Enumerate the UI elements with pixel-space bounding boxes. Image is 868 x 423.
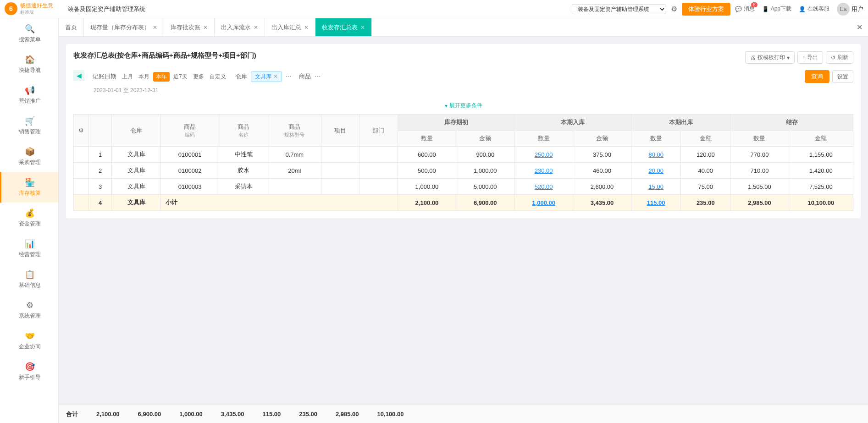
row-in-qty[interactable]: 230.00 [514,163,573,179]
sidebar-item-search[interactable]: 🔍 搜索菜单 [0,18,58,49]
col-out-amt-header: 金额 [681,131,730,147]
print-button[interactable]: 🖨 按模板打印 ▾ [745,51,795,64]
subtotal-in-qty[interactable]: 1,000.00 [514,195,573,211]
tab-close-icon[interactable]: ✕ [360,24,365,31]
tab-home[interactable]: 首页 [59,18,84,37]
subtotal-out-amt: 235.00 [681,195,730,211]
row-project [321,147,359,163]
tab-stock-distribution[interactable]: 现存量（库存分布表） ✕ [84,18,164,37]
operation-icon: 📊 [25,239,35,249]
user-area[interactable]: Ea 用户 [837,3,863,16]
sidebar-item-enterprise[interactable]: 🤝 企业协同 [0,325,58,356]
col-in-header: 本期入库 [514,115,631,131]
row-bal-amt: 1,420.00 [789,163,853,179]
tab-batch-account[interactable]: 库存批次账 ✕ [164,18,215,37]
sidebar-item-quick-nav[interactable]: 🏠 快捷导航 [0,49,58,80]
row-out-qty[interactable]: 15.00 [631,179,681,195]
sidebar-item-label: 系统管理 [19,312,41,320]
col-out-header: 本期出库 [631,115,730,131]
expand-icon: ▾ [445,103,448,109]
enterprise-icon: 🤝 [25,331,35,341]
sidebar-item-operation[interactable]: 📊 经营管理 [0,233,58,264]
tabs-close-all-button[interactable]: ✕ [851,23,868,32]
sidebar-item-marketing[interactable]: 📢 营销推广 [0,80,58,110]
basic-icon: 📋 [25,269,35,280]
col-in-amt-header: 金额 [573,131,631,147]
tab-in-out-flow[interactable]: 出入库流水 ✕ [215,18,265,37]
footer-bal-qty: 2,985.00 [336,411,359,418]
tab-close-icon[interactable]: ✕ [203,24,208,31]
online-service-item[interactable]: 👤 在线客服 [799,5,829,13]
sidebar-item-sales[interactable]: 🛒 销售管理 [0,110,58,141]
subtotal-open-amt: 6,900.00 [456,195,514,211]
table-settings-button[interactable]: 设置 [832,70,853,83]
app-download-label: App下载 [771,5,791,13]
row-out-qty[interactable]: 20.00 [631,163,681,179]
top-bar: 6 畅捷通好生意 标准版 装备及固定资产辅助管理系统 装备及固定资产辅助管理系统… [0,0,868,18]
subtotal-warehouse: 文具库 [112,195,161,211]
sidebar-item-system[interactable]: ⚙ 系统管理 [0,295,58,325]
settings-button[interactable]: ⚙ [671,5,677,13]
sidebar-item-label: 库存核算 [19,189,41,197]
sidebar-item-label: 销售管理 [19,128,41,136]
row-in-qty[interactable]: 250.00 [514,147,573,163]
home-icon: 🏠 [25,55,35,65]
sidebar-item-finance[interactable]: 💰 资金管理 [0,203,58,233]
date-btn-last-month[interactable]: 上月 [120,72,135,82]
tab-close-icon[interactable]: ✕ [254,24,258,31]
query-button[interactable]: 查询 [805,70,829,83]
warehouse-more-dots[interactable]: ··· [286,72,292,81]
date-btn-more[interactable]: 更多 [191,72,206,82]
sidebar-item-label: 快捷导航 [19,66,41,74]
col-open-qty-header: 数量 [398,131,456,147]
date-btn-last-7days[interactable]: 近7天 [171,72,189,82]
row-open-qty: 500.00 [398,163,456,179]
search-icon: 🔍 [25,24,35,34]
row-in-qty[interactable]: 520.00 [514,179,573,195]
footer-open-qty: 2,100.00 [96,411,120,418]
row-goods-code: 0100002 [160,163,219,179]
sidebar-item-label: 营销推广 [19,97,41,105]
message-item[interactable]: 💬 消息 6 [735,5,755,13]
system-select[interactable]: 装备及固定资产辅助管理系统 [572,4,666,14]
date-btn-this-year[interactable]: 本年 [153,72,170,82]
bottom-bar: 合计 2,100.00 6,900.00 1,000.00 3,435.00 1… [59,405,868,423]
refresh-button[interactable]: ↺ 刷新 [826,51,853,64]
row-warehouse: 文具库 [112,179,161,195]
subtotal-row: 4 文具库 小计 2,100.00 6,900.00 1,000.00 3,43… [74,195,853,211]
tab-receive-send-summary[interactable]: 收发存汇总表 ✕ [315,18,372,37]
footer-out-qty: 115.00 [262,411,281,418]
expand-more-button[interactable]: ▾ 展开更多条件 [445,102,482,110]
date-btn-this-month[interactable]: 本月 [137,72,151,82]
row-bal-qty: 770.00 [730,147,789,163]
row-bal-amt: 1,155.00 [789,147,853,163]
sidebar-item-guide[interactable]: 🎯 新手引导 [0,356,58,387]
page-content: 收发存汇总表(按仓库+商品编码+商品+规格型号+项目+部门) 🖨 按模板打印 ▾… [59,37,868,405]
sidebar-item-inventory[interactable]: 🏪 库存核算 [0,172,58,203]
warehouse-tag-close[interactable]: ✕ [273,73,278,80]
collapse-button[interactable]: ◀ [73,70,84,81]
tab-close-icon[interactable]: ✕ [304,24,309,31]
tab-in-out-summary[interactable]: 出入库汇总 ✕ [265,18,315,37]
tab-close-icon[interactable]: ✕ [153,24,157,31]
goods-more-dots[interactable]: ··· [315,72,321,81]
subtotal-out-qty[interactable]: 115.00 [631,195,681,211]
sidebar-item-label: 经营管理 [19,251,41,258]
filter-bar: 记账日期 上月 本月 本年 近7天 更多 自定义 [93,70,853,83]
sidebar-item-basic[interactable]: 📋 基础信息 [0,264,58,295]
tab-batch-account-label: 库存批次账 [171,23,200,32]
warehouse-filter-section: 仓库 文具库 ✕ ··· [235,71,292,82]
row-settings [74,147,89,163]
date-btn-custom[interactable]: 自定义 [208,72,228,82]
row-out-qty[interactable]: 80.00 [631,147,681,163]
date-range-display: 2023-01-01 至 2023-12-31 [93,87,853,94]
tab-in-out-summary-label: 出入库汇总 [271,23,301,32]
app-download-item[interactable]: 📱 App下载 [762,5,791,13]
sidebar-item-purchase[interactable]: 📦 采购管理 [0,141,58,172]
export-button[interactable]: ↑ 导出 [797,51,823,64]
trial-button[interactable]: 体验行业方案 [682,3,730,16]
col-settings-icon[interactable]: ⚙ [78,127,84,134]
main-layout: 🔍 搜索菜单 🏠 快捷导航 📢 营销推广 🛒 销售管理 📦 采购管理 🏪 库存核… [0,18,868,423]
sidebar-item-label: 采购管理 [19,159,41,166]
col-dept-header: 部门 [359,115,398,147]
